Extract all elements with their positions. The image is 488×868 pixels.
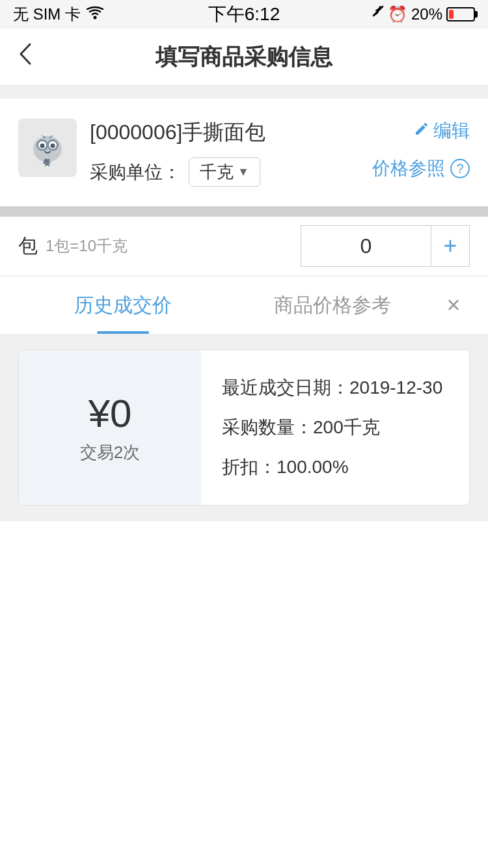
product-thumbnail: 餐: [18, 118, 77, 177]
product-info: [0000006]手撕面包 采购单位： 千克 ▼: [90, 118, 265, 187]
tab-active-indicator: [97, 331, 149, 334]
status-left: 无 SIM 卡: [13, 4, 104, 25]
discount-label: 折扣：: [222, 457, 277, 477]
discount-row: 折扣：100.00%: [222, 453, 448, 482]
latest-date-row: 最近成交日期：2019-12-30: [222, 373, 448, 403]
panel-container: 历史成交价 商品价格参考 × ¥0 交易2次 最近成交日期：2019-12-30: [0, 277, 488, 521]
edit-button[interactable]: 编辑: [414, 118, 470, 143]
trade-count: 交易2次: [80, 441, 140, 464]
price-amount: ¥0: [88, 391, 132, 436]
svg-point-6: [40, 144, 45, 148]
quantity-plus-button[interactable]: +: [431, 225, 470, 267]
unit-selector[interactable]: 千克 ▼: [189, 157, 260, 187]
carrier-label: 无 SIM 卡: [13, 4, 81, 25]
amount-value: 0: [110, 392, 131, 435]
battery-icon-container: [446, 7, 475, 21]
back-button[interactable]: [18, 42, 33, 72]
wifi-icon: [86, 5, 104, 23]
dropdown-arrow-icon: ▼: [237, 165, 249, 179]
product-card: 餐 [0000006]手撕面包 采购单位： 千克 ▼: [0, 99, 488, 206]
close-icon: ×: [446, 292, 460, 319]
latest-date-label: 最近成交日期：: [222, 377, 349, 398]
price-ref-label: 价格参照: [372, 156, 445, 181]
battery-fill: [449, 10, 454, 19]
tab-product-price-ref[interactable]: 商品价格参考: [228, 277, 437, 334]
price-details-panel: 最近成交日期：2019-12-30 采购数量：200千克 折扣：100.00%: [201, 350, 469, 505]
latest-date-value: 2019-12-30: [349, 377, 442, 398]
status-bar: 无 SIM 卡 下午6:12 ⏰ 20%: [0, 0, 488, 29]
edit-icon: [414, 120, 429, 141]
price-ref-button[interactable]: 价格参照 ?: [372, 156, 470, 181]
product-name: [0000006]手撕面包: [90, 118, 265, 147]
tab-product-price-label: 商品价格参考: [274, 292, 391, 319]
product-right-actions: 编辑 价格参照 ?: [372, 118, 470, 181]
battery-percent: 20%: [411, 5, 442, 23]
main-content-area: [0, 521, 488, 868]
status-right: ⏰ 20%: [372, 5, 475, 23]
quantity-label: 包 1包=10千克: [18, 233, 128, 260]
plus-icon: +: [443, 232, 457, 260]
tab-history-price[interactable]: 历史成交价: [18, 277, 228, 334]
purchase-qty-label: 采购数量：: [222, 417, 313, 437]
page-title: 填写商品采购信息: [156, 42, 332, 72]
currency-symbol: ¥: [88, 392, 110, 435]
product-unit-row: 采购单位： 千克 ▼: [90, 157, 265, 187]
svg-point-0: [94, 16, 97, 20]
help-icon: ?: [450, 159, 470, 178]
quantity-input[interactable]: 0: [301, 225, 431, 267]
unit-label: 采购单位：: [90, 160, 181, 185]
discount-value: 100.00%: [277, 457, 349, 477]
nav-bar: 填写商品采购信息: [0, 29, 488, 86]
section-divider: [0, 206, 488, 217]
unit-value: 千克: [200, 161, 234, 183]
product-icon: 餐: [28, 128, 67, 167]
alarm-icon: ⏰: [388, 5, 407, 23]
unit-conversion-label: 1包=10千克: [46, 236, 128, 256]
quantity-value: 0: [360, 234, 372, 258]
purchase-qty-value: 200千克: [313, 417, 380, 437]
svg-point-7: [51, 144, 55, 148]
price-summary-panel: ¥0 交易2次: [19, 350, 201, 505]
quantity-control: 0 +: [301, 225, 470, 267]
battery-icon: [446, 7, 475, 21]
edit-label: 编辑: [433, 118, 470, 143]
tab-history-label: 历史成交价: [74, 292, 172, 319]
svg-text:餐: 餐: [43, 158, 51, 167]
purchase-qty-row: 采购数量：200千克: [222, 413, 448, 442]
price-card: ¥0 交易2次 最近成交日期：2019-12-30 采购数量：200千克 折扣：…: [18, 349, 470, 506]
tabs-bar: 历史成交价 商品价格参考 ×: [0, 277, 488, 334]
product-header: 餐 [0000006]手撕面包 采购单位： 千克 ▼: [18, 118, 470, 187]
location-icon: [372, 5, 384, 23]
close-panel-button[interactable]: ×: [437, 289, 470, 321]
product-left: 餐 [0000006]手撕面包 采购单位： 千克 ▼: [18, 118, 265, 187]
package-unit-label: 包: [18, 233, 38, 260]
history-price-content: ¥0 交易2次 最近成交日期：2019-12-30 采购数量：200千克 折扣：…: [0, 334, 488, 521]
status-time: 下午6:12: [208, 2, 280, 27]
quantity-row: 包 1包=10千克 0 +: [0, 217, 488, 275]
